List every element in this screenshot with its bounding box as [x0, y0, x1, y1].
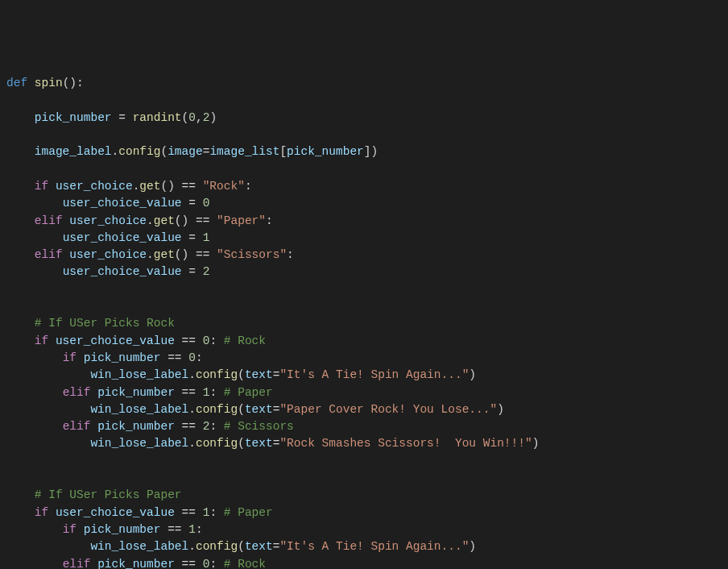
- code-line: user_choice_value = 1: [6, 230, 722, 247]
- code-line: win_lose_label.config(text="Paper Cover …: [6, 401, 722, 418]
- code-line: if user_choice.get() == "Rock":: [6, 178, 722, 195]
- code-line: user_choice_value = 2: [6, 264, 722, 280]
- code-editor[interactable]: def spin(): pick_number = randint(0,2) i…: [6, 75, 722, 569]
- code-line: [6, 470, 722, 487]
- code-line: [6, 453, 722, 470]
- code-line: [6, 161, 722, 178]
- code-line: elif pick_number == 1: # Paper: [6, 384, 722, 401]
- code-line: image_label.config(image=image_list[pick…: [6, 143, 722, 160]
- code-line: win_lose_label.config(text="Rock Smashes…: [6, 435, 722, 452]
- code-line: elif pick_number == 0: # Rock: [6, 556, 722, 570]
- code-line: def spin():: [6, 75, 722, 92]
- code-line: elif user_choice.get() == "Paper":: [6, 213, 722, 230]
- code-line: [6, 298, 722, 315]
- code-line: if pick_number == 1:: [6, 521, 722, 538]
- code-line: # If USer Picks Rock: [6, 315, 722, 332]
- code-line: if pick_number == 0:: [6, 350, 722, 367]
- code-line: win_lose_label.config(text="It's A Tie! …: [6, 367, 722, 384]
- code-line: [6, 281, 722, 298]
- code-line: user_choice_value = 0: [6, 195, 722, 212]
- code-line: [6, 92, 722, 109]
- code-line: elif user_choice.get() == "Scissors":: [6, 247, 722, 264]
- code-line: elif pick_number == 2: # Scissors: [6, 418, 722, 435]
- code-line: if user_choice_value == 1: # Paper: [6, 505, 722, 521]
- code-line: # If USer Picks Paper: [6, 487, 722, 504]
- code-line: if user_choice_value == 0: # Rock: [6, 333, 722, 350]
- code-line: [6, 127, 722, 143]
- code-line: pick_number = randint(0,2): [6, 110, 722, 127]
- code-line: win_lose_label.config(text="It's A Tie! …: [6, 538, 722, 555]
